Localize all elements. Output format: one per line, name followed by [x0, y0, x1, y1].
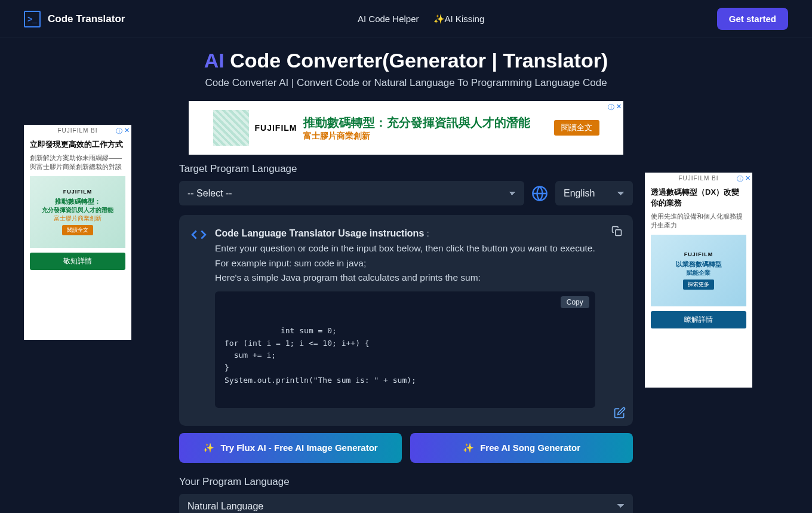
title-ai: AI — [204, 49, 224, 72]
right-ad-image: FUJIFILM 以業務數碼轉型 賦能企業 探索更多 — [651, 235, 746, 306]
sparkle-icon: ✨ — [463, 443, 474, 453]
right-ad-title: 透過數碼轉型（DX）改變你的業務 — [651, 187, 746, 208]
instructions-line1: Enter your question or code in the input… — [215, 243, 595, 253]
banner-ad-close[interactable]: ⓘ ✕ — [608, 103, 622, 112]
ad-close-icon[interactable]: ✕ — [745, 174, 751, 183]
banner-ad[interactable]: ⓘ ✕ FUJIFILM 推動數碼轉型：充分發揮資訊與人才的潛能 富士膠片商業創… — [189, 101, 623, 155]
promo-flux-ai[interactable]: ✨ Try Flux AI - Free AI Image Generator — [179, 433, 402, 463]
right-ad-sub: 使用先進的設備和個人化服務提升生產力 — [651, 212, 746, 230]
nav-link-helper[interactable]: AI Code Helper — [358, 14, 419, 24]
globe-icon — [531, 185, 548, 202]
left-ad[interactable]: FUJIFILM BI ⓘ ✕ 立即發現更高效的工作方式 創新解決方案助你未雨綢… — [24, 125, 131, 340]
instructions-title: Code Language Translator Usage instructi… — [215, 228, 424, 238]
left-ad-column: FUJIFILM BI ⓘ ✕ 立即發現更高效的工作方式 創新解決方案助你未雨綢… — [24, 125, 167, 340]
target-language-label: Target Program Language — [179, 163, 633, 175]
instructions-line3: Here's a simple Java program that calcul… — [215, 272, 481, 282]
left-ad-sub: 創新解決方案助你未雨綢繆——與富士膠片商業創新總裁的對談 — [30, 153, 125, 171]
ad-brand-label: FUJIFILM BI — [57, 127, 97, 134]
navbar: >_ Code Translator AI Code Helper ✨AI Ki… — [0, 0, 812, 38]
sparkle-icon: ✨ — [203, 443, 214, 453]
left-ad-cta[interactable]: 敬知詳情 — [30, 253, 125, 270]
instructions-line2: For example input: sum code in java; — [215, 258, 366, 268]
ad-close-icon[interactable]: ✕ — [124, 127, 130, 136]
logo-icon: >_ — [24, 11, 41, 27]
ad-close-icon[interactable]: ✕ — [616, 103, 622, 112]
nav-link-kissing[interactable]: ✨AI Kissing — [433, 14, 485, 24]
ad-close-controls[interactable]: ⓘ ✕ — [737, 174, 751, 183]
brand-title: Code Translator — [48, 13, 125, 25]
banner-cta[interactable]: 閱讀全文 — [554, 120, 599, 136]
left-ad-image: FUJIFILM 推動數碼轉型： 充分發揮資訊與人才的潛能 富士膠片商業創新 閱… — [30, 176, 125, 248]
banner-graphic — [213, 110, 249, 146]
ad-brand-label: FUJIFILM BI — [678, 175, 718, 182]
target-language-row: -- Select -- English — [179, 181, 633, 205]
left-ad-title: 立即發現更高效的工作方式 — [30, 139, 125, 150]
ad-info-icon[interactable]: ⓘ — [737, 174, 743, 183]
code-example: Copy int sum = 0; for (int i = 1; i <= 1… — [215, 291, 595, 407]
instructions-card: Code Language Translator Usage instructi… — [179, 215, 633, 426]
nav-center: AI Code Helper ✨AI Kissing — [358, 14, 484, 24]
copy-card-icon[interactable] — [611, 226, 622, 239]
edit-icon[interactable] — [614, 407, 626, 421]
svg-rect-1 — [616, 230, 622, 236]
target-language-select[interactable]: -- Select -- — [179, 181, 524, 205]
right-ad[interactable]: FUJIFILM BI ⓘ ✕ 透過數碼轉型（DX）改變你的業務 使用先進的設備… — [645, 173, 752, 388]
ui-language-select[interactable]: English — [555, 181, 633, 205]
nav-left: >_ Code Translator — [24, 11, 125, 27]
main-column: ⓘ ✕ FUJIFILM 推動數碼轉型：充分發揮資訊與人才的潛能 富士膠片商業創… — [179, 95, 633, 513]
copy-code-button[interactable]: Copy — [561, 296, 589, 308]
code-text: int sum = 0; for (int i = 1; i <= 10; i+… — [224, 326, 416, 385]
your-language-select[interactable]: Natural Language — [179, 494, 633, 513]
ad-close-controls[interactable]: ⓘ ✕ — [116, 127, 130, 136]
banner-headline: 推動數碼轉型：充分發揮資訊與人才的潛能 — [303, 116, 530, 129]
title-rest: Code Converter(Generator | Translator) — [224, 49, 608, 72]
page-subtitle: Code Converter AI | Convert Code or Natu… — [12, 77, 800, 89]
ad-info-icon[interactable]: ⓘ — [608, 103, 614, 112]
promo-song-generator[interactable]: ✨ Free AI Song Generator — [410, 433, 633, 463]
main-layout: FUJIFILM BI ⓘ ✕ 立即發現更高效的工作方式 創新解決方案助你未雨綢… — [0, 95, 812, 513]
right-ad-column: FUJIFILM BI ⓘ ✕ 透過數碼轉型（DX）改變你的業務 使用先進的設備… — [645, 173, 788, 388]
get-started-button[interactable]: Get started — [717, 8, 788, 30]
your-language-label: Your Program Language — [179, 476, 633, 488]
banner-sub: 富士膠片商業創新 — [303, 131, 530, 142]
right-ad-cta[interactable]: 瞭解詳情 — [651, 311, 746, 328]
hero: AI Code Converter(Generator | Translator… — [0, 38, 812, 95]
promo-row: ✨ Try Flux AI - Free AI Image Generator … — [179, 433, 633, 463]
page-title: AI Code Converter(Generator | Translator… — [12, 49, 800, 72]
code-icon — [191, 227, 207, 242]
ad-info-icon[interactable]: ⓘ — [116, 127, 122, 136]
